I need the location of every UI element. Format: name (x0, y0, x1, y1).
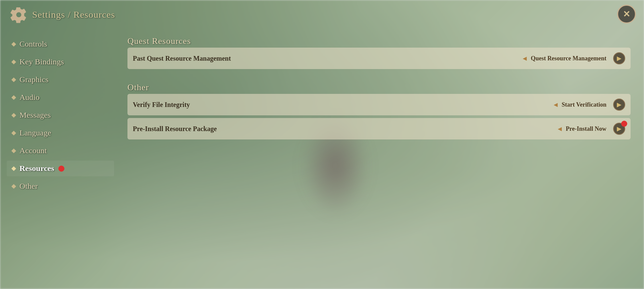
verify-file-label: Verify File Integrity (133, 101, 552, 109)
diamond-icon (11, 42, 16, 46)
page-title: Settings / Resources (32, 9, 115, 20)
diamond-icon (11, 184, 16, 188)
sidebar-item-key-bindings[interactable]: Key Bindings (7, 54, 114, 70)
sidebar-item-label: Controls (19, 40, 47, 49)
sidebar-item-label: Resources (19, 164, 54, 173)
other-section-title: Other (127, 82, 631, 93)
sidebar-item-label: Account (19, 146, 47, 155)
header: Settings / Resources (0, 0, 644, 30)
arrow-right-button[interactable]: ▶ (613, 52, 625, 64)
sidebar-item-graphics[interactable]: Graphics (7, 72, 114, 88)
verify-file-value: Start Verification (562, 101, 606, 108)
settings-panel: Settings / Resources ✕ Controls Key Bind… (0, 0, 644, 289)
pre-install-row[interactable]: Pre-Install Resource Package ◄ Pre-Insta… (127, 118, 631, 139)
past-quest-value: Quest Resource Management (531, 55, 606, 62)
section-spacer (127, 74, 631, 77)
past-quest-label: Past Quest Resource Management (133, 55, 522, 62)
row-controls: ◄ Quest Resource Management ▶ (522, 52, 625, 64)
diamond-icon (11, 113, 16, 117)
gear-icon (10, 6, 28, 23)
arrow-right-button[interactable]: ▶ (613, 99, 625, 111)
sidebar-item-resources[interactable]: Resources (7, 161, 114, 176)
verify-file-row[interactable]: Verify File Integrity ◄ Start Verificati… (127, 94, 631, 115)
content-area: Quest Resources Past Quest Resource Mana… (121, 33, 637, 282)
pre-install-label: Pre-Install Resource Package (133, 125, 556, 133)
sidebar-item-account[interactable]: Account (7, 143, 114, 159)
close-button[interactable]: ✕ (617, 5, 636, 23)
sidebar-item-label: Other (19, 182, 38, 191)
diamond-icon (11, 59, 16, 64)
other-section: Other Verify File Integrity ◄ Start Veri… (127, 82, 631, 139)
sidebar-item-other[interactable]: Other (7, 178, 114, 194)
quest-resources-section: Quest Resources Past Quest Resource Mana… (127, 36, 631, 69)
sidebar-item-label: Audio (19, 93, 40, 102)
sidebar-item-language[interactable]: Language (7, 125, 114, 141)
notification-badge (58, 166, 64, 172)
diamond-icon (11, 77, 16, 82)
main-content: Controls Key Bindings Graphics Audio Mes… (0, 30, 644, 289)
arrow-left-icon: ◄ (552, 101, 559, 109)
arrow-left-icon: ◄ (522, 55, 528, 62)
diamond-icon (11, 148, 16, 153)
sidebar-item-audio[interactable]: Audio (7, 90, 114, 105)
row-controls: ◄ Pre-Install Now ▶ (556, 123, 625, 135)
past-quest-row[interactable]: Past Quest Resource Management ◄ Quest R… (127, 48, 631, 69)
pre-install-badge (621, 121, 627, 127)
diamond-icon (11, 130, 16, 135)
diamond-icon (11, 166, 16, 171)
pre-install-value: Pre-Install Now (566, 125, 606, 132)
diamond-icon (11, 95, 16, 100)
quest-resources-title: Quest Resources (127, 36, 631, 46)
row-controls: ◄ Start Verification ▶ (552, 99, 625, 111)
sidebar-item-label: Messages (19, 111, 51, 120)
sidebar-item-label: Key Bindings (19, 57, 64, 66)
sidebar-item-controls[interactable]: Controls (7, 36, 114, 52)
sidebar: Controls Key Bindings Graphics Audio Mes… (7, 33, 114, 282)
sidebar-item-label: Graphics (19, 75, 49, 84)
sidebar-item-label: Language (19, 128, 51, 137)
arrow-left-icon: ◄ (556, 125, 563, 133)
sidebar-item-messages[interactable]: Messages (7, 107, 114, 123)
